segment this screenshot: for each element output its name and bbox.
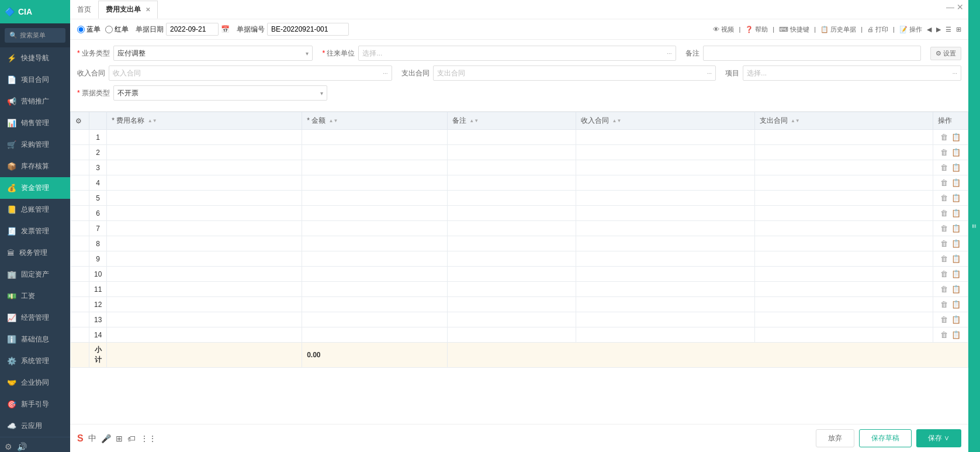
setup-button[interactable]: ⚙ 设置 (930, 47, 961, 60)
delete-icon-5[interactable]: 🗑 (940, 194, 948, 202)
row-income-contract-2[interactable] (576, 145, 754, 160)
row-expense-contract-12[interactable] (754, 297, 933, 312)
row-remark-7[interactable] (447, 221, 576, 236)
row-expense-contract-8[interactable] (754, 236, 933, 251)
col-settings-header[interactable]: ⚙ (71, 112, 89, 130)
sidebar-item-operations[interactable]: 📈经营管理 (0, 307, 70, 329)
row-income-contract-5[interactable] (576, 191, 754, 206)
delete-icon-1[interactable]: 🗑 (940, 133, 948, 142)
sidebar-item-capital-mgmt[interactable]: 💰资金管理 (0, 177, 70, 199)
delete-icon-4[interactable]: 🗑 (940, 178, 948, 187)
footer-mic-icon[interactable]: 🎤 (101, 434, 111, 443)
row-amount-10[interactable] (302, 267, 448, 282)
sort-expense-contract-icon[interactable]: ▲▼ (791, 118, 800, 123)
video-btn[interactable]: 👁 视频 (713, 25, 734, 34)
counterpart-dots[interactable]: ··· (667, 50, 671, 57)
copy-icon-12[interactable]: 📋 (951, 300, 961, 309)
shortcut-btn[interactable]: ⌨ 快捷键 (779, 25, 809, 34)
row-expense-name-10[interactable] (107, 267, 302, 282)
row-remark-6[interactable] (447, 206, 576, 221)
row-income-contract-10[interactable] (576, 267, 754, 282)
row-expense-contract-11[interactable] (754, 282, 933, 297)
row-income-contract-1[interactable] (576, 130, 754, 145)
row-amount-9[interactable] (302, 251, 448, 267)
expense-contract-dots[interactable]: ··· (707, 70, 712, 77)
row-expense-name-4[interactable] (107, 175, 302, 191)
copy-icon-6[interactable]: 📋 (951, 209, 961, 218)
row-expense-name-3[interactable] (107, 160, 302, 175)
save-draft-button[interactable]: 保存草稿 (859, 429, 912, 447)
col-expense-contract-header[interactable]: 支出合同 ▲▼ (754, 112, 933, 130)
sidebar-item-basic-info[interactable]: ℹ️基础信息 (0, 329, 70, 350)
history-btn[interactable]: 📋 历史单据 (820, 25, 856, 34)
print-btn[interactable]: 🖨 打印 (867, 25, 888, 34)
row-expense-contract-3[interactable] (754, 160, 933, 175)
nav-next-btn[interactable]: ▶ (936, 26, 941, 33)
row-remark-1[interactable] (447, 130, 576, 145)
delete-icon-8[interactable]: 🗑 (940, 239, 948, 248)
row-expense-contract-2[interactable] (754, 145, 933, 160)
sidebar-item-fixed-assets[interactable]: 🏢固定资产 (0, 264, 70, 285)
row-expense-name-9[interactable] (107, 251, 302, 267)
row-expense-name-1[interactable] (107, 130, 302, 145)
row-amount-4[interactable] (302, 175, 448, 191)
row-income-contract-7[interactable] (576, 221, 754, 236)
row-expense-contract-1[interactable] (754, 130, 933, 145)
row-expense-contract-7[interactable] (754, 221, 933, 236)
row-expense-name-13[interactable] (107, 312, 302, 327)
remark-input[interactable] (703, 46, 921, 61)
close-button[interactable]: ✕ (957, 2, 964, 12)
income-contract-dots[interactable]: ··· (383, 70, 387, 77)
row-remark-10[interactable] (447, 267, 576, 282)
sidebar-item-system-mgmt[interactable]: ⚙️系统管理 (0, 350, 70, 372)
sort-expense-name-icon[interactable]: ▲▼ (148, 118, 157, 123)
income-contract-input[interactable]: 收入合同 ··· (109, 65, 392, 81)
delete-icon-2[interactable]: 🗑 (940, 148, 948, 157)
col-expense-name-header[interactable]: * 费用名称 ▲▼ (107, 112, 302, 130)
copy-icon-1[interactable]: 📋 (951, 133, 961, 142)
row-amount-1[interactable] (302, 130, 448, 145)
row-remark-12[interactable] (447, 297, 576, 312)
sort-remark-icon[interactable]: ▲▼ (469, 118, 479, 123)
footer-s-icon[interactable]: S (77, 433, 84, 444)
sidebar-item-quick-nav[interactable]: ⚡快捷导航 (0, 47, 70, 69)
row-income-contract-11[interactable] (576, 282, 754, 297)
row-income-contract-8[interactable] (576, 236, 754, 251)
row-expense-contract-5[interactable] (754, 191, 933, 206)
calendar-icon[interactable]: 📅 (221, 25, 230, 33)
sidebar-item-sales-mgmt[interactable]: 📊销售管理 (0, 112, 70, 134)
right-panel-tab[interactable]: ≡ (968, 0, 980, 452)
copy-icon-5[interactable]: 📋 (951, 194, 961, 202)
footer-tag-icon[interactable]: 🏷 (127, 434, 136, 443)
sidebar-item-payroll[interactable]: 💵工资 (0, 285, 70, 307)
copy-icon-14[interactable]: 📋 (951, 330, 961, 339)
row-remark-2[interactable] (447, 145, 576, 160)
row-income-contract-13[interactable] (576, 312, 754, 327)
row-remark-13[interactable] (447, 312, 576, 327)
docno-input[interactable] (267, 23, 349, 36)
sidebar-item-invoice-mgmt[interactable]: 🧾发票管理 (0, 220, 70, 242)
col-amount-header[interactable]: * 金额 ▲▼ (302, 112, 448, 130)
row-expense-contract-10[interactable] (754, 267, 933, 282)
audio-bottom-icon[interactable]: 🔊 (17, 442, 27, 451)
row-remark-11[interactable] (447, 282, 576, 297)
delete-icon-6[interactable]: 🗑 (940, 209, 948, 218)
copy-icon-3[interactable]: 📋 (951, 163, 961, 172)
radio-red-label[interactable]: 红单 (105, 25, 129, 34)
discard-button[interactable]: 放弃 (816, 429, 854, 447)
help-btn[interactable]: ❓ 帮助 (745, 25, 768, 34)
row-income-contract-6[interactable] (576, 206, 754, 221)
sort-income-contract-icon[interactable]: ▲▼ (612, 118, 622, 123)
sort-amount-icon[interactable]: ▲▼ (329, 118, 338, 123)
sidebar-item-enterprise[interactable]: 🤝企业协同 (0, 372, 70, 394)
row-amount-14[interactable] (302, 327, 448, 343)
copy-icon-9[interactable]: 📋 (951, 254, 961, 263)
business-type-select[interactable]: 应付调整 ▾ (113, 46, 313, 61)
project-input[interactable]: 选择... ··· (743, 65, 961, 81)
delete-icon-3[interactable]: 🗑 (940, 163, 948, 172)
project-dots[interactable]: ··· (953, 70, 957, 77)
copy-icon-8[interactable]: 📋 (951, 239, 961, 248)
row-remark-4[interactable] (447, 175, 576, 191)
row-expense-name-6[interactable] (107, 206, 302, 221)
row-remark-9[interactable] (447, 251, 576, 267)
